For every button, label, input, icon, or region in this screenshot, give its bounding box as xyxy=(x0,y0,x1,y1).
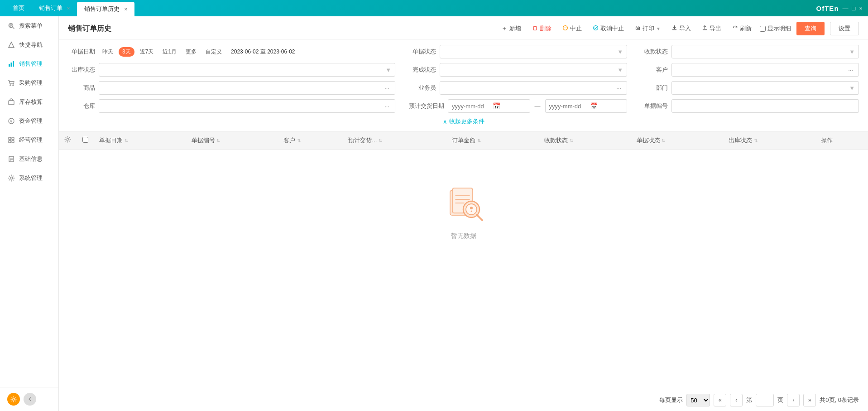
sidebar-item-system[interactable]: 系统管理 xyxy=(0,169,58,188)
th-outbound-status[interactable]: 出库状态 ⇅ xyxy=(723,131,815,150)
add-label: 新增 xyxy=(509,24,521,33)
filter-receipt-status-control: ▼ xyxy=(671,45,859,58)
th-order-amount[interactable]: 订单金额 ⇅ xyxy=(446,131,539,150)
svg-point-32 xyxy=(67,138,69,140)
display-detail-checkbox[interactable] xyxy=(760,26,766,32)
sort-order-amount-icon: ⇅ xyxy=(477,138,481,143)
warehouse-more-icon[interactable]: ··· xyxy=(383,103,391,110)
salesperson-select[interactable]: ··· xyxy=(440,81,627,95)
tab-sales-order[interactable]: 销售订单 × xyxy=(32,0,77,16)
th-customer[interactable]: 客户 ⇅ xyxy=(278,131,343,150)
completion-status-select[interactable]: ▼ xyxy=(440,63,627,77)
next-page-button[interactable]: › xyxy=(787,394,800,406)
voucher-number-input[interactable] xyxy=(671,99,859,113)
stop-button[interactable]: 中止 xyxy=(560,23,585,34)
th-settings xyxy=(59,131,77,150)
display-detail-toggle[interactable]: 显示明细 xyxy=(760,24,791,33)
salesperson-more-icon[interactable]: ··· xyxy=(614,85,623,92)
expected-delivery-to-calendar-icon[interactable]: 📅 xyxy=(590,102,598,110)
expected-delivery-to[interactable]: 📅 xyxy=(545,99,628,113)
sidebar-item-sales-mgmt[interactable]: 销售管理 xyxy=(0,54,58,73)
total-info: 共0页, 0条记录 xyxy=(820,396,859,404)
last-page-button[interactable]: » xyxy=(803,394,816,406)
table-settings-button[interactable] xyxy=(64,136,71,145)
expected-delivery-to-input[interactable] xyxy=(549,103,590,110)
cancel-stop-button[interactable]: 取消中止 xyxy=(590,23,627,34)
settings-bottom-icon[interactable] xyxy=(7,393,20,406)
product-select[interactable]: ··· xyxy=(99,81,395,95)
maximize-btn[interactable]: □ xyxy=(852,5,856,12)
sort-voucher-no-icon: ⇅ xyxy=(216,138,220,143)
query-button[interactable]: 查询 xyxy=(796,22,825,35)
date-tag-7days[interactable]: 近7天 xyxy=(136,47,158,57)
quick-nav-icon xyxy=(7,41,15,49)
add-button[interactable]: ＋ 新增 xyxy=(499,23,524,34)
export-button[interactable]: 导出 xyxy=(699,23,724,34)
filter-department-label: 部门 xyxy=(641,84,668,92)
select-all-checkbox[interactable] xyxy=(82,137,88,143)
sidebar-item-search-menu[interactable]: 搜索菜单 xyxy=(0,16,58,35)
prev-page-button[interactable]: ‹ xyxy=(730,394,743,406)
sidebar-item-inventory[interactable]: 库存核算 xyxy=(0,92,58,111)
svg-rect-7 xyxy=(11,63,12,67)
product-more-icon[interactable]: ··· xyxy=(383,85,391,92)
sidebar-item-purchase-mgmt[interactable]: 采购管理 xyxy=(0,73,58,92)
customer-more-icon[interactable]: ··· xyxy=(846,67,855,73)
sidebar-item-finance[interactable]: ¥ 资金管理 xyxy=(0,111,58,131)
first-page-button[interactable]: « xyxy=(714,394,726,406)
filter-product-label: 商品 xyxy=(68,84,95,92)
filter-warehouse-label: 仓库 xyxy=(68,102,95,110)
close-btn[interactable]: × xyxy=(859,5,863,12)
filter-row-1: 单据日期 昨天 3天 近7天 近1月 更多 自定义 2023-06-02 至 2… xyxy=(68,45,859,58)
th-voucher-status[interactable]: 单据状态 ⇅ xyxy=(631,131,724,150)
filter-completion-status-label: 完成状态 xyxy=(409,66,436,74)
collapse-sidebar-icon[interactable] xyxy=(24,393,36,406)
department-arrow: ▼ xyxy=(849,85,855,92)
sidebar-item-operations[interactable]: 经营管理 xyxy=(0,131,58,150)
th-expected-delivery[interactable]: 预计交货... ⇅ xyxy=(343,131,446,150)
outbound-status-select[interactable]: ▼ xyxy=(99,63,395,77)
expected-delivery-from[interactable]: 📅 xyxy=(448,99,530,113)
expected-delivery-from-input[interactable] xyxy=(452,103,493,110)
th-receipt-status[interactable]: 收款状态 ⇅ xyxy=(539,131,631,150)
date-tag-more[interactable]: 更多 xyxy=(182,47,200,57)
filter-salesperson: 业务员 ··· xyxy=(409,81,627,95)
receipt-status-select[interactable]: ▼ xyxy=(671,45,859,58)
th-voucher-no[interactable]: 单据编号 ⇅ xyxy=(186,131,278,150)
warehouse-select[interactable]: ··· xyxy=(99,99,395,113)
department-select[interactable]: ▼ xyxy=(671,81,859,95)
export-icon xyxy=(702,25,708,32)
page-number-input[interactable]: 1 xyxy=(756,394,774,406)
tab-sales-order-close[interactable]: × xyxy=(67,5,70,11)
tab-sales-order-history[interactable]: 销售订单历史 × xyxy=(77,2,134,16)
filter-expected-delivery: 预计交货日期 📅 — 📅 xyxy=(409,99,627,113)
th-voucher-date[interactable]: 单据日期 ⇅ xyxy=(94,131,186,150)
tab-sales-order-history-close[interactable]: × xyxy=(124,6,127,12)
voucher-status-select[interactable]: ▼ xyxy=(440,45,627,58)
date-tag-custom[interactable]: 自定义 xyxy=(202,47,225,57)
sales-mgmt-icon xyxy=(7,60,15,68)
customer-select[interactable]: ··· xyxy=(671,63,859,77)
date-tag-1month[interactable]: 近1月 xyxy=(159,47,180,57)
import-icon xyxy=(671,25,677,32)
print-button[interactable]: 打印 ▼ xyxy=(632,23,663,34)
settings-button[interactable]: 设置 xyxy=(830,22,859,35)
tab-home[interactable]: 首页 xyxy=(5,0,32,16)
filter-customer-control: ··· xyxy=(671,63,859,77)
refresh-button[interactable]: 刷新 xyxy=(729,23,754,34)
minimize-btn[interactable]: — xyxy=(843,5,849,12)
import-button[interactable]: 导入 xyxy=(669,23,694,34)
date-tag-3days[interactable]: 3天 xyxy=(119,47,134,57)
purchase-mgmt-icon xyxy=(7,79,15,87)
filter-outbound-status-label: 出库状态 xyxy=(68,66,95,74)
sidebar-item-basic-info[interactable]: 基础信息 xyxy=(0,150,58,169)
delete-button[interactable]: 删除 xyxy=(529,23,554,34)
sidebar-item-quick-nav[interactable]: 快捷导航 xyxy=(0,35,58,54)
import-label: 导入 xyxy=(679,24,691,33)
collapse-filter-button[interactable]: ∧ 收起更多条件 xyxy=(68,117,859,126)
page-size-select[interactable]: 10 20 50 100 xyxy=(686,394,710,406)
print-label: 打印 xyxy=(643,24,654,33)
expected-delivery-from-calendar-icon[interactable]: 📅 xyxy=(493,102,500,110)
completion-status-arrow: ▼ xyxy=(617,67,623,73)
date-tag-yesterday[interactable]: 昨天 xyxy=(99,47,117,57)
